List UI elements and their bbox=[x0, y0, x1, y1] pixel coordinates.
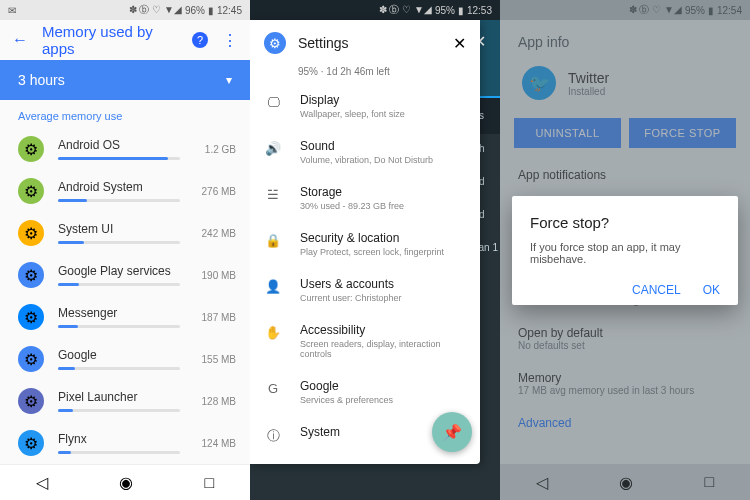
app-row[interactable]: ⚙ System UI 242 MB bbox=[0, 212, 250, 254]
page-title: Memory used by apps bbox=[42, 23, 178, 57]
settings-row[interactable]: ☱ Storage30% used - 89.23 GB free bbox=[250, 175, 480, 221]
app-icon: ⚙ bbox=[18, 220, 44, 246]
dialog-message: If you force stop an app, it may misbeha… bbox=[530, 241, 720, 265]
app-row[interactable]: ⚙ Google Play services 190 MB bbox=[0, 254, 250, 296]
settings-row[interactable]: G GoogleServices & preferences bbox=[250, 369, 480, 415]
status-bar: ✉ ✽ ⓑ ♡ ▼◢96%▮12:45 bbox=[0, 0, 250, 20]
overflow-icon[interactable]: ⋮ bbox=[222, 31, 238, 50]
app-row[interactable]: ⚙ Android System 276 MB bbox=[0, 170, 250, 212]
row-icon: ✋ bbox=[264, 325, 282, 359]
nav-bar: ◁ ◉ □ bbox=[0, 464, 250, 500]
time-range-select[interactable]: 3 hours▾ bbox=[0, 60, 250, 100]
settings-row[interactable]: 🔒 Security & locationPlay Protect, scree… bbox=[250, 221, 480, 267]
back-icon[interactable]: ← bbox=[12, 31, 28, 49]
settings-icon: ⚙ bbox=[264, 32, 286, 54]
status-bar: ✽ ⓑ ♡ ▼◢95%▮12:53 bbox=[250, 0, 500, 20]
app-row[interactable]: ⚙ Flynx 124 MB bbox=[0, 422, 250, 464]
fab-pin[interactable]: 📌 bbox=[432, 412, 472, 452]
row-icon: ⓘ bbox=[264, 427, 282, 445]
close-icon[interactable]: ✕ bbox=[453, 34, 466, 53]
row-icon: G bbox=[264, 381, 282, 405]
app-icon: ⚙ bbox=[18, 388, 44, 414]
app-list: ⚙ Android OS 1.2 GB ⚙ Android System 276… bbox=[0, 128, 250, 464]
row-icon: 👤 bbox=[264, 279, 282, 303]
row-icon: 🔒 bbox=[264, 233, 282, 257]
cancel-button[interactable]: CANCEL bbox=[632, 283, 681, 297]
panel-title: Settings bbox=[298, 35, 441, 51]
app-icon: ⚙ bbox=[18, 262, 44, 288]
row-icon: 🖵 bbox=[264, 95, 282, 119]
row-icon: 🔊 bbox=[264, 141, 282, 165]
chevron-down-icon: ▾ bbox=[226, 73, 232, 87]
help-icon[interactable]: ? bbox=[192, 32, 208, 48]
force-stop-dialog: Force stop? If you force stop an app, it… bbox=[512, 196, 738, 305]
ok-button[interactable]: OK bbox=[703, 283, 720, 297]
app-icon: ⚙ bbox=[18, 304, 44, 330]
app-row[interactable]: ⚙ Messenger 187 MB bbox=[0, 296, 250, 338]
app-bar: ← Memory used by apps ? ⋮ bbox=[0, 20, 250, 60]
settings-row[interactable]: 🔊 SoundVolume, vibration, Do Not Disturb bbox=[250, 129, 480, 175]
settings-panel: ⚙ Settings ✕ 95% · 1d 2h 46m left 🖵 Disp… bbox=[250, 20, 480, 464]
app-row[interactable]: ⚙ Pixel Launcher 128 MB bbox=[0, 380, 250, 422]
settings-row[interactable]: 👤 Users & accountsCurrent user: Christop… bbox=[250, 267, 480, 313]
row-icon: ☱ bbox=[264, 187, 282, 211]
settings-list: 🖵 DisplayWallpaper, sleep, font size 🔊 S… bbox=[250, 83, 480, 464]
settings-row[interactable]: 🖵 DisplayWallpaper, sleep, font size bbox=[250, 83, 480, 129]
avg-label: Average memory use bbox=[0, 100, 250, 128]
settings-row[interactable]: ✋ AccessibilityScreen readers, display, … bbox=[250, 313, 480, 369]
app-icon: ⚙ bbox=[18, 178, 44, 204]
nav-back-icon[interactable]: ◁ bbox=[36, 473, 48, 492]
battery-status: 95% · 1d 2h 46m left bbox=[250, 66, 480, 83]
app-icon: ⚙ bbox=[18, 346, 44, 372]
dialog-title: Force stop? bbox=[530, 214, 720, 231]
app-icon: ⚙ bbox=[18, 430, 44, 456]
app-row[interactable]: ⚙ Google 155 MB bbox=[0, 338, 250, 380]
app-icon: ⚙ bbox=[18, 136, 44, 162]
app-row[interactable]: ⚙ Android OS 1.2 GB bbox=[0, 128, 250, 170]
nav-home-icon[interactable]: ◉ bbox=[119, 473, 133, 492]
nav-recents-icon[interactable]: □ bbox=[205, 474, 215, 492]
